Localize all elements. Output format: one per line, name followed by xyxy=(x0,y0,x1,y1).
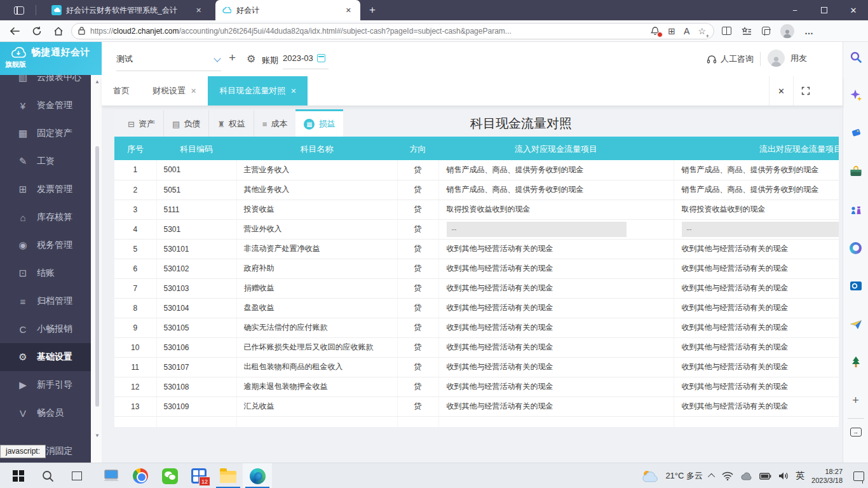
search-icon[interactable] xyxy=(848,50,864,65)
table-row[interactable]: 3 5111 投资收益 贷 取得投资收益收到的现金 取得投资收益收到的现金 xyxy=(114,200,839,219)
sidebar-scrollbar-thumb[interactable] xyxy=(95,146,99,407)
settings-more-icon[interactable]: … xyxy=(804,26,813,36)
category-tab[interactable]: ▤ 负债 xyxy=(163,109,208,137)
clock[interactable]: 18:27 2023/3/18 xyxy=(811,467,843,485)
shopping-icon[interactable] xyxy=(848,126,864,141)
favorite-star-icon[interactable]: ☆ + xyxy=(698,26,706,36)
battery-icon[interactable] xyxy=(759,473,771,480)
add-sidebar-app-icon[interactable]: + xyxy=(848,393,864,408)
sidebar-item[interactable]: ⊡ 结账 xyxy=(0,259,91,287)
cell-inflow[interactable]: 销售产成品、商品、提供劳务收到的现金 xyxy=(438,180,674,200)
notifications-bell-icon[interactable] xyxy=(651,26,660,36)
start-button[interactable] xyxy=(4,463,33,488)
cell-outflow[interactable]: 收到其他与经营活动有关的现金 xyxy=(674,278,839,298)
sidebar-item[interactable]: ⚙ 基础设置 xyxy=(0,343,91,371)
games-icon[interactable] xyxy=(848,202,864,217)
sidebar-item[interactable]: ▶ 新手引导 xyxy=(0,371,91,399)
page-tab[interactable]: 首页 ✕ xyxy=(102,76,141,105)
cell-inflow[interactable]: 收到其他与经营活动有关的现金 xyxy=(438,259,674,278)
outlook-icon[interactable] xyxy=(848,278,864,294)
user-menu[interactable]: 用友 xyxy=(768,50,807,67)
cell-inflow[interactable]: 收到其他与经营活动有关的现金 xyxy=(438,318,674,337)
sidebar-item[interactable]: C 小畅报销 xyxy=(0,315,91,343)
onedrive-cloud-icon[interactable] xyxy=(740,472,752,480)
toolbox-icon[interactable] xyxy=(848,164,864,179)
sidebar-item[interactable]: V 畅会员 xyxy=(0,399,91,427)
table-row[interactable]: 10 530106 已作坏账损失处理后又收回的应收账款 贷 收到其他与经营活动有… xyxy=(114,337,839,357)
home-icon[interactable] xyxy=(53,26,64,36)
cell-inflow[interactable]: 收到其他与经营活动有关的现金 xyxy=(438,377,674,396)
tab-close-icon[interactable]: ✕ xyxy=(343,6,354,15)
cell-outflow[interactable]: 收到其他与经营活动有关的现金 xyxy=(674,298,839,318)
read-aloud-icon[interactable]: A xyxy=(684,26,689,36)
tab-close-icon[interactable]: ✕ xyxy=(193,6,204,15)
taskbar-app-grid[interactable]: 12 xyxy=(184,463,214,488)
microsoft-365-icon[interactable] xyxy=(848,240,864,255)
sidebar-item[interactable]: ◉ 税务管理 xyxy=(0,231,91,259)
cell-outflow[interactable]: -- xyxy=(674,219,839,239)
browser-tab-inactive[interactable]: 好会计云财务软件管理系统_会计 ✕ xyxy=(45,0,215,20)
sidebar-item[interactable]: ▦ 固定资产 xyxy=(0,119,91,147)
cell-inflow[interactable]: 收到其他与经营活动有关的现金 xyxy=(438,337,674,357)
support-button[interactable]: 人工咨询 xyxy=(707,53,754,65)
sidebar-item[interactable]: ✎ 工资 xyxy=(0,147,91,175)
taskbar-app-explorer[interactable] xyxy=(214,463,243,488)
sidebar-toggle-icon[interactable]: → xyxy=(850,428,862,437)
period-select[interactable]: 2023-03 xyxy=(283,53,329,69)
table-row[interactable]: 9 530105 确实无法偿付的应付账款 贷 收到其他与经营活动有关的现金 收到… xyxy=(114,318,839,337)
address-bar[interactable]: https://cloud2.chanjet.com/accounting/uh… xyxy=(71,23,714,39)
table-row[interactable]: 7 530103 捐赠收益 贷 收到其他与经营活动有关的现金 收到其他与经营活动… xyxy=(114,278,839,298)
refresh-icon[interactable] xyxy=(32,26,42,36)
minimize-button[interactable]: − xyxy=(780,0,810,20)
table-row[interactable]: 13 530109 汇兑收益 贷 收到其他与经营活动有关的现金 收到其他与经营活… xyxy=(114,396,839,416)
cell-outflow[interactable]: 收到其他与经营活动有关的现金 xyxy=(674,396,839,416)
category-tab[interactable]: ♜ 权益 xyxy=(208,109,254,137)
new-tab-button[interactable]: + xyxy=(360,4,384,17)
fullscreen-icon[interactable] xyxy=(793,76,817,105)
tab-workspaces-icon[interactable] xyxy=(14,6,24,15)
sidebar-item[interactable]: ⊞ 发票管理 xyxy=(0,175,91,203)
close-window-button[interactable]: ✕ xyxy=(839,0,868,20)
cell-inflow[interactable]: -- xyxy=(438,219,674,239)
capture-icon[interactable] xyxy=(762,27,770,35)
copilot-icon[interactable] xyxy=(848,88,864,103)
cell-outflow[interactable]: 收到其他与经营活动有关的现金 xyxy=(674,357,839,377)
cell-outflow[interactable]: 收到其他与经营活动有关的现金 xyxy=(674,259,839,278)
table-row[interactable]: 1 5001 主营业务收入 贷 销售产成品、商品、提供劳务收到的现金 销售产成品… xyxy=(114,160,839,180)
add-account-button[interactable]: + xyxy=(229,51,236,65)
sidebar-item[interactable]: ≡ 归档管理 xyxy=(0,287,91,315)
page-tab[interactable]: 科目现金流量对照 ✕ xyxy=(208,76,308,105)
taskbar-app-computer[interactable] xyxy=(97,463,126,488)
account-settings-icon[interactable]: ⚙ xyxy=(247,53,255,65)
table-row[interactable]: 11 530107 出租包装物和商品的租金收入 贷 收到其他与经营活动有关的现金… xyxy=(114,357,839,377)
cell-outflow[interactable]: 收到其他与经营活动有关的现金 xyxy=(674,377,839,396)
hidden-icons-chevron[interactable] xyxy=(708,473,715,480)
cell-inflow[interactable]: 销售产成品、商品、提供劳务收到的现金 xyxy=(438,160,674,180)
wifi-icon[interactable] xyxy=(722,471,733,480)
input-language-indicator[interactable]: 英 xyxy=(796,470,804,482)
cell-inflow[interactable]: 收到其他与经营活动有关的现金 xyxy=(438,396,674,416)
table-row[interactable]: 2 5051 其他业务收入 贷 销售产成品、商品、提供劳务收到的现金 销售产成品… xyxy=(114,180,839,200)
split-screen-icon[interactable] xyxy=(722,27,731,35)
category-tab[interactable]: ≡ 成本 xyxy=(254,109,296,137)
cell-inflow[interactable]: 收到其他与经营活动有关的现金 xyxy=(438,239,674,259)
table-row[interactable]: 12 530108 逾期未退包装物押金收益 贷 收到其他与经营活动有关的现金 收… xyxy=(114,377,839,396)
collections-icon[interactable] xyxy=(742,27,752,36)
cell-outflow[interactable]: 取得投资收益收到的现金 xyxy=(674,200,839,219)
table-row[interactable]: 4 5301 营业外收入 贷 -- -- xyxy=(114,219,839,239)
page-tab[interactable]: 财税设置 ✕ xyxy=(141,76,208,105)
cell-outflow[interactable]: 收到其他与经营活动有关的现金 xyxy=(674,318,839,337)
back-icon[interactable] xyxy=(9,26,20,36)
cell-outflow[interactable]: 收到其他与经营活动有关的现金 xyxy=(674,337,839,357)
browser-tab-active[interactable]: 好会计 ✕ xyxy=(215,0,360,20)
taskbar-app-chrome[interactable] xyxy=(126,463,155,488)
volume-icon[interactable] xyxy=(778,471,789,480)
page-tab-close-icon[interactable]: ✕ xyxy=(290,87,296,95)
table-row[interactable]: 6 530102 政府补助 贷 收到其他与经营活动有关的现金 收到其他与经营活动… xyxy=(114,259,839,278)
table-row[interactable]: 5 530101 非流动资产处置净收益 贷 收到其他与经营活动有关的现金 收到其… xyxy=(114,239,839,259)
taskbar-app-edge[interactable] xyxy=(243,463,272,488)
weather-icon[interactable] xyxy=(641,469,658,483)
cell-inflow[interactable]: 收到其他与经营活动有关的现金 xyxy=(438,278,674,298)
maximize-button[interactable] xyxy=(810,0,839,20)
taskbar-app-wechat[interactable] xyxy=(155,463,184,488)
